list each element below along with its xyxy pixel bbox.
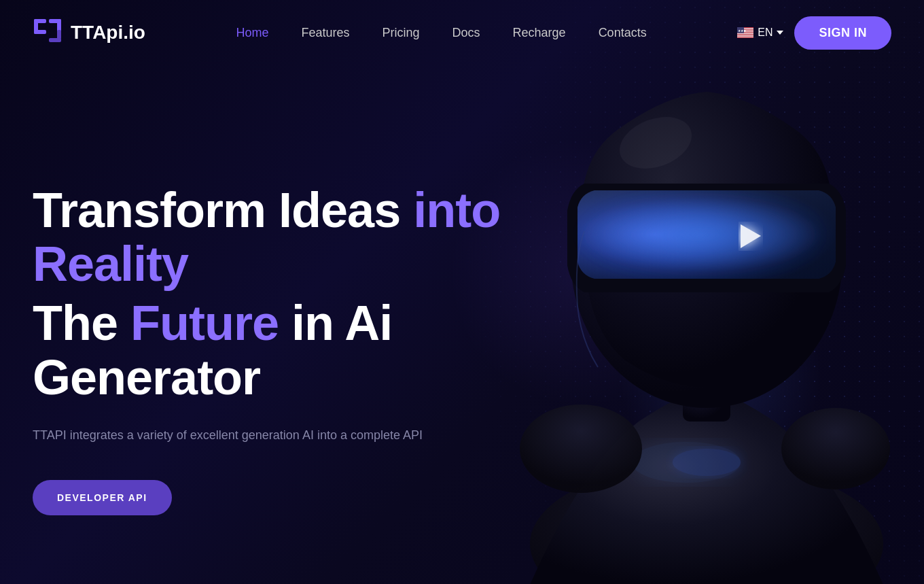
svg-rect-17	[49, 38, 61, 42]
svg-rect-23	[737, 35, 753, 35]
nav-links: Home Features Pricing Docs Recharge Cont…	[236, 26, 646, 40]
nav-right: ★★★ EN SIGN IN	[737, 16, 891, 50]
nav-link-contacts[interactable]: Contacts	[599, 26, 647, 40]
logo[interactable]: TTApi.io	[33, 18, 145, 48]
flag-icon: ★★★	[737, 27, 753, 38]
hero-title-line1: Transform Ideas into Reality	[33, 184, 508, 291]
hero-figure	[448, 54, 924, 584]
navigation: TTApi.io Home Features Pricing Docs Rech…	[0, 0, 924, 65]
hero-title-future: Future	[130, 296, 279, 350]
svg-rect-22	[737, 33, 753, 34]
svg-rect-16	[57, 30, 61, 39]
svg-text:★★★: ★★★	[738, 29, 747, 33]
developer-api-button[interactable]: DEVELOPER API	[33, 480, 172, 515]
logo-icon	[33, 18, 63, 48]
nav-link-features[interactable]: Features	[301, 26, 349, 40]
hero-section: TTApi.io Home Features Pricing Docs Rech…	[0, 0, 924, 584]
hero-title-line2-the: The	[33, 296, 130, 350]
svg-point-9	[781, 408, 890, 489]
hero-title-line2: The Future in Ai Generator	[33, 296, 508, 404]
chevron-down-icon	[777, 31, 783, 35]
svg-point-4	[578, 197, 822, 272]
language-selector[interactable]: ★★★ EN	[737, 27, 783, 39]
language-label: EN	[758, 27, 772, 39]
nav-link-docs[interactable]: Docs	[452, 26, 480, 40]
nav-link-pricing[interactable]: Pricing	[383, 26, 420, 40]
hero-cta: DEVELOPER API	[33, 480, 508, 515]
svg-rect-13	[34, 30, 46, 34]
nav-link-home[interactable]: Home	[236, 26, 268, 40]
hero-title-line1-text1: Transform Ideas	[33, 183, 413, 237]
sign-in-button[interactable]: SIGN IN	[794, 16, 891, 50]
svg-point-8	[520, 405, 642, 493]
hero-subtitle: TTAPI integrates a variety of excellent …	[33, 426, 440, 445]
hero-content: Transform Ideas into Reality The Future …	[33, 184, 508, 515]
nav-link-recharge[interactable]: Recharge	[513, 26, 566, 40]
svg-point-10	[673, 449, 741, 476]
logo-text: TTApi.io	[71, 22, 145, 44]
svg-rect-24	[737, 37, 753, 37]
